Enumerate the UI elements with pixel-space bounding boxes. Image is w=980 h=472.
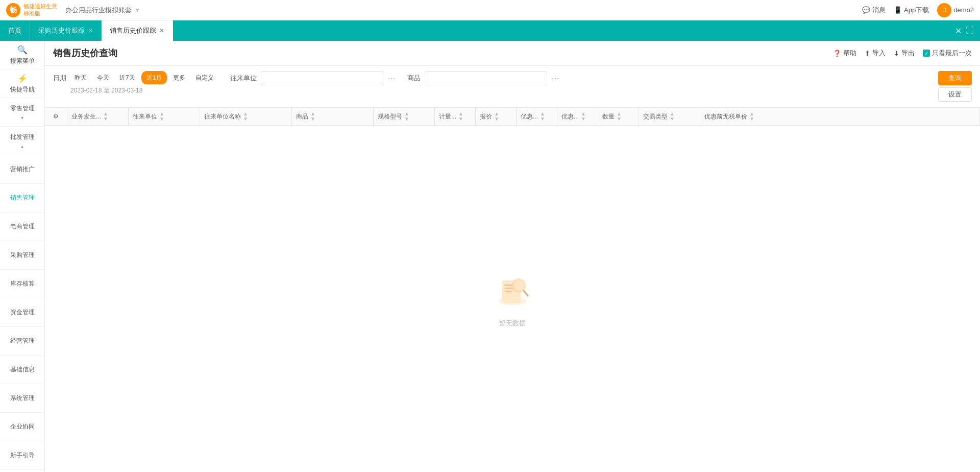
svg-rect-4 bbox=[504, 291, 512, 292]
sidebar-item-apps[interactable]: 应用中心 bbox=[0, 470, 44, 472]
sidebar: 🔍 搜索菜单 ⚡ 快捷导航 零售管理 ▾ 批发管理 ▴ 营销推广 销售管理 电商… bbox=[0, 41, 45, 472]
sidebar-item-wholesale[interactable]: 批发管理 ▴ bbox=[0, 127, 44, 155]
th-spec[interactable]: 规格型号 ▲▼ bbox=[374, 107, 435, 126]
th-discount1[interactable]: 优惠... ▲▼ bbox=[517, 107, 557, 126]
tab-purchase[interactable]: 采购历史价跟踪 ✕ bbox=[30, 20, 102, 41]
sidebar-item-guide[interactable]: 新手引导 bbox=[0, 441, 44, 470]
date-btn-yesterday[interactable]: 昨天 bbox=[70, 71, 91, 84]
sidebar-item-inventory[interactable]: 库存核算 bbox=[0, 270, 44, 298]
shortcut-icon: ⚡ bbox=[17, 74, 28, 83]
breadcrumb-arrow: ▾ bbox=[136, 6, 139, 14]
logo-text: 畅捷通好生意 标准版 bbox=[23, 3, 57, 16]
help-icon: ❓ bbox=[833, 50, 841, 57]
th-no-tax-price[interactable]: 优惠前无税单价 ▲▼ bbox=[700, 107, 980, 126]
th-unit-code[interactable]: 往来单位 ▲▼ bbox=[129, 107, 200, 126]
wholesale-expand-icon: ▴ bbox=[21, 144, 23, 149]
empty-text: 暂无数据 bbox=[499, 319, 526, 328]
sort-icon-unit-name: ▲▼ bbox=[243, 111, 248, 122]
tab-bar-right: ✕ ⛶ bbox=[955, 26, 980, 36]
filter-action-btns: 查询 设置 bbox=[938, 71, 972, 102]
sort-icon-spec: ▲▼ bbox=[404, 111, 409, 122]
sidebar-item-ecommerce[interactable]: 电商管理 bbox=[0, 213, 44, 241]
unit-filter-label: 往来单位 bbox=[230, 71, 257, 85]
logo-area: 畅 畅捷通好生意 标准版 bbox=[6, 3, 57, 17]
sidebar-item-retail[interactable]: 零售管理 ▾ bbox=[0, 98, 44, 127]
tab-home[interactable]: 首页 bbox=[0, 20, 30, 41]
date-btn-today[interactable]: 今天 bbox=[93, 71, 113, 84]
th-unit-name[interactable]: 往来单位名称 ▲▼ bbox=[200, 107, 292, 126]
product-filter-group: 商品 ... bbox=[407, 71, 559, 85]
import-icon: ⬆ bbox=[865, 50, 870, 57]
logo-icon: 畅 bbox=[6, 3, 20, 17]
th-business-date[interactable]: 业务发生... ▲▼ bbox=[67, 107, 129, 126]
tab-home-label: 首页 bbox=[8, 26, 21, 35]
export-icon: ⬇ bbox=[894, 50, 899, 57]
import-button[interactable]: ⬆ 导入 bbox=[865, 49, 886, 58]
sidebar-item-search[interactable]: 🔍 搜索菜单 bbox=[0, 41, 44, 69]
date-filter-group: 日期 昨天 今天 近7天 近1月 更多 自定义 2023-02-18 至 202… bbox=[53, 71, 218, 95]
breadcrumb-title: 办公用品行业模拟账套 bbox=[65, 6, 132, 15]
sidebar-item-enterprise[interactable]: 企业协同 bbox=[0, 413, 44, 441]
avatar: D bbox=[937, 3, 951, 17]
tab-sales[interactable]: 销售历史价跟踪 ✕ bbox=[102, 20, 173, 41]
app-icon: 📱 bbox=[894, 6, 902, 14]
table-header: ⚙ 业务发生... ▲▼ 往来单位 ▲▼ 往来单位名称 ▲▼ 商品 ▲▼ bbox=[45, 107, 980, 126]
search-icon: 🔍 bbox=[17, 45, 28, 55]
sidebar-item-basic[interactable]: 基础信息 bbox=[0, 356, 44, 384]
th-product[interactable]: 商品 ▲▼ bbox=[292, 107, 374, 126]
sort-icon-quantity: ▲▼ bbox=[617, 111, 622, 122]
sidebar-item-shortcut[interactable]: ⚡ 快捷导航 bbox=[0, 69, 44, 98]
sidebar-item-marketing[interactable]: 营销推广 bbox=[0, 155, 44, 184]
content-area: 销售历史价查询 ❓ 帮助 ⬆ 导入 ⬇ 导出 ✓ bbox=[45, 41, 980, 472]
main-layout: 🔍 搜索菜单 ⚡ 快捷导航 零售管理 ▾ 批发管理 ▴ 营销推广 销售管理 电商… bbox=[0, 41, 980, 472]
top-bar-right: 💬 消息 📱 App下载 D demo2 bbox=[862, 3, 974, 17]
th-discount2[interactable]: 优惠... ▲▼ bbox=[557, 107, 598, 126]
sidebar-item-system[interactable]: 系统管理 bbox=[0, 384, 44, 413]
th-quantity[interactable]: 数量 ▲▼ bbox=[598, 107, 639, 126]
tab-bar: 首页 采购历史价跟踪 ✕ 销售历史价跟踪 ✕ ✕ ⛶ bbox=[0, 20, 980, 41]
query-button[interactable]: 查询 bbox=[938, 71, 972, 85]
gear-icon[interactable]: ⚙ bbox=[53, 113, 59, 120]
app-download-button[interactable]: 📱 App下载 bbox=[894, 6, 929, 15]
product-filter-input[interactable] bbox=[425, 71, 547, 85]
tab-sales-close[interactable]: ✕ bbox=[159, 27, 164, 34]
only-last-checkbox-row[interactable]: ✓ 只看最后一次 bbox=[923, 49, 972, 58]
svg-point-6 bbox=[513, 280, 524, 291]
sort-icon-discount2: ▲▼ bbox=[581, 111, 586, 122]
page-actions: ❓ 帮助 ⬆ 导入 ⬇ 导出 ✓ 只看最后一次 bbox=[833, 49, 972, 58]
fullscreen-icon[interactable]: ⛶ bbox=[966, 26, 974, 35]
export-button[interactable]: ⬇ 导出 bbox=[894, 49, 915, 58]
th-trade-type[interactable]: 交易类型 ▲▼ bbox=[639, 107, 700, 126]
svg-line-7 bbox=[524, 291, 528, 296]
user-profile[interactable]: D demo2 bbox=[937, 3, 974, 17]
th-quote[interactable]: 报价 ▲▼ bbox=[476, 107, 517, 126]
retail-expand-icon: ▾ bbox=[21, 115, 23, 121]
tab-purchase-close[interactable]: ✕ bbox=[88, 27, 93, 34]
table-body-empty: 暂无数据 bbox=[45, 126, 980, 472]
date-btn-custom[interactable]: 自定义 bbox=[191, 71, 218, 84]
sort-icon-measure: ▲▼ bbox=[458, 111, 463, 122]
th-measure[interactable]: 计量... ▲▼ bbox=[435, 107, 476, 126]
filter-bar: 日期 昨天 今天 近7天 近1月 更多 自定义 2023-02-18 至 202… bbox=[45, 66, 980, 107]
date-btn-1month[interactable]: 近1月 bbox=[141, 71, 167, 84]
unit-filter-group: 往来单位 ... bbox=[230, 71, 395, 85]
unit-filter-dots[interactable]: ... bbox=[387, 71, 395, 82]
sidebar-item-operation[interactable]: 经营管理 bbox=[0, 327, 44, 356]
date-btn-more[interactable]: 更多 bbox=[169, 71, 189, 84]
sidebar-item-sales-mgmt[interactable]: 销售管理 bbox=[0, 184, 44, 213]
product-filter-dots[interactable]: ... bbox=[551, 71, 559, 82]
sort-icon-trade-type: ▲▼ bbox=[670, 111, 675, 122]
message-button[interactable]: 💬 消息 bbox=[862, 6, 886, 15]
close-all-tabs-icon[interactable]: ✕ bbox=[955, 26, 962, 36]
sidebar-item-purchase[interactable]: 采购管理 bbox=[0, 241, 44, 270]
product-filter-label: 商品 bbox=[407, 71, 421, 85]
tab-purchase-label: 采购历史价跟踪 bbox=[38, 26, 85, 35]
sidebar-item-finance[interactable]: 资金管理 bbox=[0, 298, 44, 327]
unit-filter-input[interactable] bbox=[261, 71, 383, 85]
th-gear[interactable]: ⚙ bbox=[45, 107, 67, 126]
date-btn-7days[interactable]: 近7天 bbox=[115, 71, 139, 84]
settings-button[interactable]: 设置 bbox=[938, 87, 972, 102]
sort-icon-discount1: ▲▼ bbox=[540, 111, 545, 122]
only-last-checkbox[interactable]: ✓ bbox=[923, 50, 930, 57]
help-button[interactable]: ❓ 帮助 bbox=[833, 49, 856, 58]
